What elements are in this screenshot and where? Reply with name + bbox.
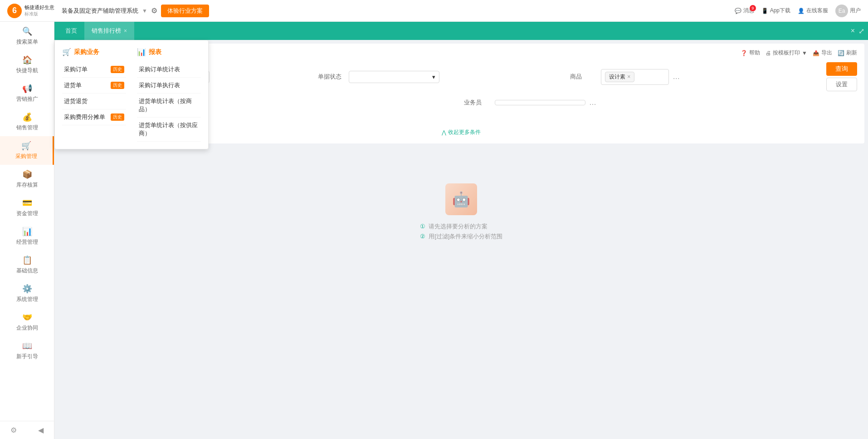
sidebar-item-collab[interactable]: 🤝 企业协同 <box>0 308 54 336</box>
message-badge: 9 <box>750 5 756 11</box>
dropdown-overlay: 🛒 采购业务 采购订单 历史 进货单 历史 进货退货 采购费用分摊单 历史 <box>54 22 868 439</box>
purchase-expense-item[interactable]: 采购费用分摊单 历史 <box>62 109 126 125</box>
report-icon: 📊 <box>137 48 146 56</box>
system-dropdown-icon[interactable]: ▼ <box>142 8 147 14</box>
purchase-return-item[interactable]: 进货退货 <box>62 94 126 109</box>
collab-icon: 🤝 <box>22 312 32 322</box>
system-title: 装备及固定资产辅助管理系统 <box>62 7 138 15</box>
history-badge-1: 历史 <box>111 82 124 89</box>
service-icon: 👤 <box>798 8 805 14</box>
collapse-sidebar-icon[interactable]: ◀ <box>38 426 44 434</box>
finance-icon: 💳 <box>22 198 32 208</box>
sidebar-item-purchase[interactable]: 🛒 采购管理 <box>0 136 54 165</box>
purchase-dropdown-menu: 🛒 采购业务 采购订单 历史 进货单 历史 进货退货 采购费用分摊单 历史 <box>54 40 209 149</box>
message-icon: 💬 <box>735 8 741 14</box>
sidebar-item-quick[interactable]: 🏠 快捷导航 <box>0 50 54 79</box>
sales-icon: 💰 <box>22 112 32 122</box>
guide-icon: 📖 <box>22 341 32 351</box>
top-header: 6 畅捷通好生意 标准版 装备及固定资产辅助管理系统 ▼ ⚙ 体验行业方案 💬 … <box>0 0 868 22</box>
logo-icon: 6 <box>7 4 22 18</box>
sidebar-item-guide[interactable]: 📖 新手引导 <box>0 336 54 365</box>
sidebar: 🔍 搜索菜单 🏠 快捷导航 📢 营销推广 💰 销售管理 🛒 采购管理 📦 库存核… <box>0 22 54 439</box>
purchase-icon: 🛒 <box>21 141 31 151</box>
history-badge-3: 历史 <box>111 113 124 121</box>
system-icon: ⚙️ <box>22 284 32 294</box>
phone-icon: 📱 <box>761 8 768 14</box>
sidebar-item-operation[interactable]: 📊 经营管理 <box>0 222 54 251</box>
settings-bottom-icon[interactable]: ⚙ <box>10 426 17 434</box>
settings-icon[interactable]: ⚙ <box>151 6 157 15</box>
report-order-exec-item[interactable]: 采购订单执行表 <box>137 78 201 94</box>
sidebar-item-inventory[interactable]: 📦 库存核算 <box>0 165 54 193</box>
sidebar-item-sales[interactable]: 💰 销售管理 <box>0 108 54 136</box>
report-order-stat-item[interactable]: 采购订单统计表 <box>137 62 201 78</box>
report-column: 📊 报表 采购订单统计表 采购订单执行表 进货单统计表（按商品） 进货单统计表（… <box>137 48 201 142</box>
business-icon: 🛒 <box>62 48 71 56</box>
message-button[interactable]: 💬 消息 9 <box>735 7 754 15</box>
industry-button[interactable]: 体验行业方案 <box>161 5 209 17</box>
purchase-order-item[interactable]: 采购订单 历史 <box>62 62 126 78</box>
megaphone-icon: 📢 <box>22 84 32 94</box>
dropdown-columns: 🛒 采购业务 采购订单 历史 进货单 历史 进货退货 采购费用分摊单 历史 <box>62 48 201 142</box>
logo-sub: 标准版 <box>24 11 54 17</box>
sidebar-item-finance[interactable]: 💳 资金管理 <box>0 193 54 222</box>
online-service-button[interactable]: 👤 在线客服 <box>798 7 828 15</box>
business-column: 🛒 采购业务 采购订单 历史 进货单 历史 进货退货 采购费用分摊单 历史 <box>62 48 126 142</box>
report-title: 📊 报表 <box>137 48 201 56</box>
report-goods-by-supplier-item[interactable]: 进货单统计表（按供应商） <box>137 118 201 142</box>
business-title: 🛒 采购业务 <box>62 48 126 56</box>
header-system: 装备及固定资产辅助管理系统 ▼ ⚙ 体验行业方案 <box>62 5 735 17</box>
app-download-button[interactable]: 📱 App下载 <box>761 7 790 15</box>
report-goods-by-product-item[interactable]: 进货单统计表（按商品） <box>137 94 201 118</box>
history-badge-0: 历史 <box>111 66 124 73</box>
sidebar-item-system[interactable]: ⚙️ 系统管理 <box>0 279 54 308</box>
search-icon: 🔍 <box>22 26 32 36</box>
sidebar-item-basic[interactable]: 📋 基础信息 <box>0 251 54 279</box>
operation-icon: 📊 <box>22 227 32 237</box>
sidebar-bottom: ⚙ ◀ <box>0 421 54 439</box>
inventory-icon: 📦 <box>22 169 32 179</box>
avatar: Ea <box>835 5 848 17</box>
header-right: 💬 消息 9 📱 App下载 👤 在线客服 Ea 用户 <box>735 5 861 17</box>
sidebar-item-marketing[interactable]: 📢 营销推广 <box>0 79 54 108</box>
logo-area: 6 畅捷通好生意 标准版 <box>7 4 62 18</box>
basic-icon: 📋 <box>22 255 32 265</box>
purchase-goods-item[interactable]: 进货单 历史 <box>62 78 126 94</box>
home-icon: 🏠 <box>22 55 32 65</box>
logo-text: 畅捷通好生意 <box>24 4 54 10</box>
user-button[interactable]: Ea 用户 <box>835 5 861 17</box>
sidebar-item-search[interactable]: 🔍 搜索菜单 <box>0 22 54 50</box>
